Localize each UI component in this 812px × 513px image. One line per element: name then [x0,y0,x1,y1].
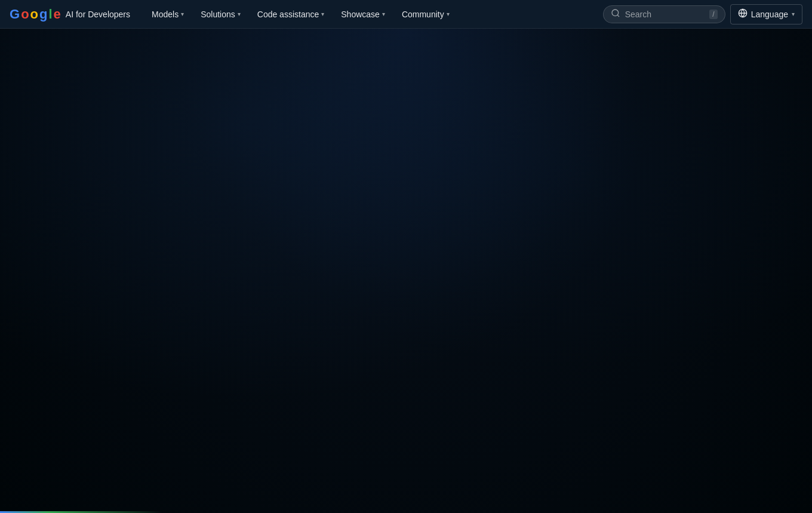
logo-letter-g2: g [39,7,47,22]
chevron-down-icon-showcase: ▾ [382,11,385,17]
logo-letter-o1: o [21,7,29,22]
nav-label-community: Community [402,10,444,19]
nav-links: Models ▾ Solutions ▾ Code assistance ▾ S… [144,6,603,23]
logo-letter-o2: o [30,7,38,22]
globe-icon [738,8,748,20]
nav-item-showcase[interactable]: Showcase ▾ [334,6,392,23]
search-placeholder: Search [625,10,705,19]
nav-label-showcase: Showcase [341,10,380,19]
navbar: Google AI for Developers Models ▾ Soluti… [0,0,812,29]
language-button[interactable]: Language ▾ [730,4,802,24]
google-logo: Google [10,7,61,22]
svg-point-0 [612,10,619,16]
logo-area[interactable]: Google AI for Developers [10,7,130,22]
chevron-down-icon-language: ▾ [792,11,795,17]
nav-item-solutions[interactable]: Solutions ▾ [193,6,248,23]
logo-letter-l: l [48,7,52,22]
nav-label-code-assistance: Code assistance [257,10,319,19]
nav-item-models[interactable]: Models ▾ [144,6,191,23]
chevron-down-icon-solutions: ▾ [238,11,241,17]
chevron-down-icon-models: ▾ [181,11,184,17]
chevron-down-icon-community: ▾ [447,11,450,17]
nav-label-models: Models [152,10,179,19]
chevron-down-icon-code-assistance: ▾ [321,11,324,17]
logo-letter-g1: G [10,7,20,22]
search-icon [611,8,620,20]
nav-right: Search / Language ▾ [603,4,802,24]
search-shortcut: / [709,10,717,19]
nav-label-solutions: Solutions [201,10,235,19]
logo-text: AI for Developers [66,10,130,19]
language-label: Language [751,10,788,19]
search-bar[interactable]: Search / [603,5,725,23]
main-content [0,29,812,513]
nav-item-code-assistance[interactable]: Code assistance ▾ [250,6,332,23]
logo-letter-e: e [54,7,61,22]
nav-item-community[interactable]: Community ▾ [395,6,457,23]
